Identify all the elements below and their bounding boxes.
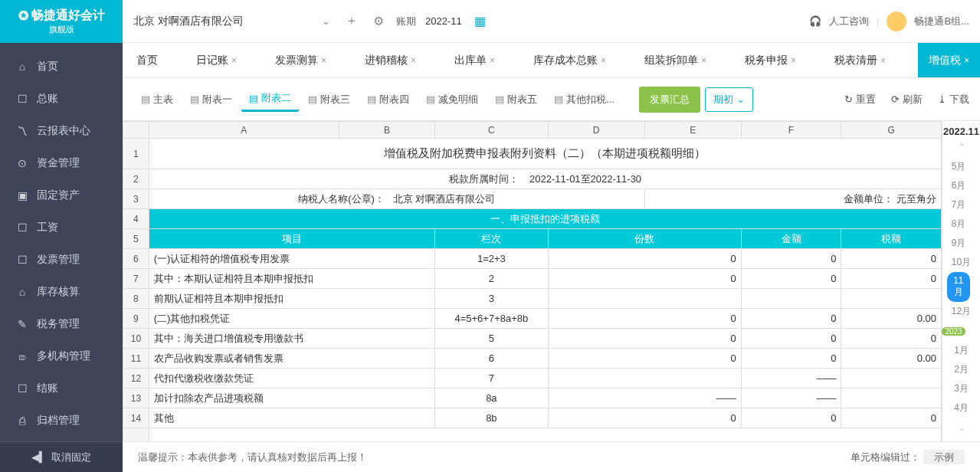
cell-qty[interactable]: 0	[548, 329, 741, 349]
cell-col[interactable]: 6	[435, 349, 549, 369]
download-button[interactable]: ⤓下载	[938, 93, 969, 107]
tab-close[interactable]: ×	[490, 55, 495, 66]
cell-col[interactable]: 2	[435, 269, 549, 289]
period-dropdown[interactable]: 期初 ⌄	[705, 87, 753, 112]
month-item[interactable]: 1月	[949, 341, 973, 360]
invoice-summary-button[interactable]: 发票汇总	[639, 87, 700, 113]
tab-close[interactable]: ×	[791, 55, 796, 66]
cell-project[interactable]: (二)其他扣税凭证	[149, 309, 434, 329]
cell-col[interactable]: 3	[435, 289, 549, 309]
tab-4[interactable]: 出库单×	[448, 49, 501, 72]
cell-amount[interactable]: ——	[741, 388, 841, 408]
cell-tax[interactable]: 0.00	[841, 309, 942, 329]
cell-col[interactable]: 7	[435, 369, 549, 388]
avatar[interactable]	[887, 11, 906, 31]
sidebar-unpin-button[interactable]: ◀▍ 取消固定	[0, 441, 123, 472]
cell-tax[interactable]: 0	[841, 329, 942, 349]
cell-project[interactable]: 代扣代缴税收缴款凭证	[149, 369, 434, 388]
subtab-5[interactable]: ▤减免明细	[418, 87, 486, 112]
sidebar-item-0[interactable]: ⌂首页	[0, 51, 123, 83]
month-item[interactable]: 7月	[947, 195, 975, 215]
cell-amount[interactable]: 0	[741, 309, 841, 329]
cell-col[interactable]: 1=2+3	[435, 249, 549, 269]
cell-col[interactable]: 8b	[435, 408, 549, 428]
sidebar-item-2[interactable]: 〽云报表中心	[0, 115, 123, 147]
cell-col[interactable]: 5	[435, 329, 549, 349]
cell-qty[interactable]: 0	[548, 349, 741, 369]
subtab-7[interactable]: ▤其他扣税...	[546, 87, 622, 112]
tab-1[interactable]: 日记账×	[190, 49, 243, 72]
subtab-3[interactable]: ▤附表三	[300, 87, 358, 112]
cell-qty[interactable]: 0	[548, 408, 741, 428]
username[interactable]: 畅捷通B组...	[914, 15, 969, 28]
cell-project[interactable]: (一)认证相符的增值税专用发票	[149, 249, 434, 269]
add-button[interactable]: ＋	[343, 10, 361, 32]
sidebar-item-11[interactable]: ⎙归档管理	[0, 405, 123, 437]
tab-6[interactable]: 组装拆卸单×	[638, 49, 713, 72]
cell-qty[interactable]	[548, 289, 741, 309]
subtab-4[interactable]: ▤附表四	[359, 87, 417, 112]
cell-tax[interactable]	[841, 388, 942, 408]
month-item[interactable]: 5月	[947, 157, 975, 176]
cell-project[interactable]: 加计扣除农产品进项税额	[149, 388, 434, 408]
sidebar-item-6[interactable]: ☐发票管理	[0, 244, 123, 276]
month-item[interactable]: 8月	[947, 215, 975, 234]
tab-close[interactable]: ×	[701, 55, 706, 66]
cell-qty[interactable]: 0	[548, 269, 741, 289]
sidebar-item-3[interactable]: ⊙资金管理	[0, 147, 123, 179]
cell-qty[interactable]: ——	[548, 388, 741, 408]
month-item[interactable]: 9月	[947, 234, 975, 253]
tab-close[interactable]: ×	[964, 55, 969, 66]
cell-amount[interactable]: 0	[741, 329, 841, 349]
subtab-0[interactable]: ▤主表	[133, 87, 181, 112]
cell-amount[interactable]: ——	[741, 369, 841, 388]
subtab-6[interactable]: ▤附表五	[487, 87, 545, 112]
period-value[interactable]: 2022-11	[425, 15, 462, 27]
cell-amount[interactable]: 0	[741, 269, 841, 289]
tab-close[interactable]: ×	[601, 55, 606, 66]
tab-3[interactable]: 进销稽核×	[359, 49, 422, 72]
tab-7[interactable]: 税务申报×	[739, 49, 802, 72]
tab-close[interactable]: ×	[411, 55, 416, 66]
cell-amount[interactable]	[741, 289, 841, 309]
tab-9[interactable]: 增值税×	[918, 43, 980, 77]
cell-col[interactable]: 4=5+6+7+8a+8b	[435, 309, 549, 329]
tab-2[interactable]: 发票测算×	[269, 49, 333, 72]
cell-tax[interactable]	[841, 289, 942, 309]
cell-amount[interactable]: 0	[741, 408, 841, 428]
calendar-icon[interactable]: ▦	[471, 11, 489, 31]
reset-button[interactable]: ↻重置	[844, 93, 876, 107]
settings-button[interactable]: ⚙	[370, 11, 387, 31]
spreadsheet[interactable]: ABCDEFG1增值税及附加税费申报表附列资料（二）（本期进项税额明细）2税款所…	[123, 121, 942, 441]
cell-tax[interactable]	[841, 369, 942, 388]
cell-project[interactable]: 农产品收购发票或者销售发票	[149, 349, 434, 369]
tab-8[interactable]: 税表清册×	[828, 49, 892, 72]
cell-project[interactable]: 前期认证相符且本期申报抵扣	[149, 289, 434, 309]
month-item[interactable]: 6月	[947, 176, 975, 195]
month-item[interactable]: 3月	[949, 379, 973, 398]
month-item[interactable]: 11月	[947, 272, 970, 302]
month-item[interactable]: 10月	[947, 253, 975, 272]
cell-amount[interactable]: 0	[741, 349, 841, 369]
subtab-1[interactable]: ▤附表一	[182, 87, 240, 112]
cell-qty[interactable]: 0	[548, 249, 741, 269]
yearpanel-down[interactable]: ⌄	[958, 422, 965, 433]
cell-tax[interactable]: 0.00	[841, 349, 942, 369]
month-item[interactable]: 2月	[949, 360, 973, 379]
tab-close[interactable]: ×	[321, 55, 326, 66]
cell-amount[interactable]: 0	[741, 249, 841, 269]
cell-tax[interactable]: 0	[841, 249, 942, 269]
cell-qty[interactable]	[548, 369, 741, 388]
tab-0[interactable]: 首页	[130, 49, 164, 72]
cell-qty[interactable]: 0	[548, 309, 741, 329]
tab-5[interactable]: 库存成本总账×	[527, 49, 612, 72]
consult-link[interactable]: 人工咨询	[829, 15, 869, 28]
cell-project[interactable]: 其他	[149, 408, 434, 428]
sidebar-item-8[interactable]: ✎税务管理	[0, 308, 123, 340]
sidebar-item-4[interactable]: ▣固定资产	[0, 179, 123, 211]
cell-col[interactable]: 8a	[435, 388, 549, 408]
sidebar-item-10[interactable]: ☐结账	[0, 372, 123, 405]
company-dropdown[interactable]: ⌄	[319, 12, 333, 30]
yearpanel-up[interactable]: ⌃	[958, 142, 965, 152]
tab-close[interactable]: ×	[231, 55, 237, 66]
